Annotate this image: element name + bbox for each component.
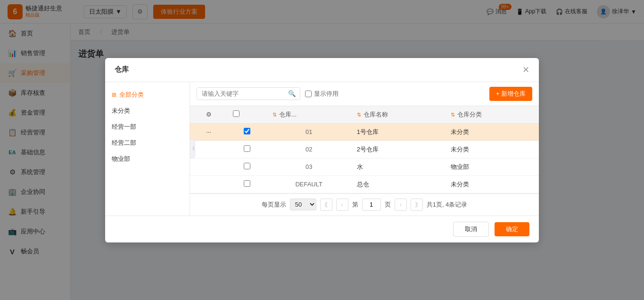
select-all-checkbox[interactable] (233, 110, 239, 117)
row-name: 总仓 (351, 175, 445, 193)
pagination: 每页显示 50 100 200 ⟪ ‹ 第 页 › ⟫ 共1页, 4条记录 (190, 193, 539, 216)
row-category: 未分类 (445, 141, 539, 158)
tree-item-ops-1[interactable]: 经营一部 (105, 119, 190, 135)
th-warehouse-category[interactable]: ⇅ 仓库分类 (445, 106, 539, 124)
warehouse-table-container: ⚙ ⇅ 仓库... ⇅ (190, 106, 539, 193)
row-checkbox[interactable] (244, 145, 250, 152)
row-id: 02 (267, 141, 351, 158)
modal-overlay: 仓库 ✕ ⊞ 全部分类 未分类 经营一部 经营二部 (0, 0, 644, 300)
row-actions[interactable] (190, 141, 227, 158)
show-disabled-label: 显示停用 (305, 90, 339, 98)
tree-item-property[interactable]: 物业部 (105, 151, 190, 167)
row-category: 未分类 (445, 175, 539, 193)
row-id: DEFAULT (267, 175, 351, 193)
dialog-body: ⊞ 全部分类 未分类 经营一部 经营二部 物业部 《 (105, 82, 539, 216)
per-page-label: 每页显示 (262, 200, 286, 209)
th-warehouse-code[interactable]: ⇅ 仓库... (267, 106, 351, 124)
th-setting[interactable]: ⚙ (190, 106, 227, 124)
next-page-button[interactable]: › (395, 199, 407, 211)
row-actions[interactable]: ··· (190, 123, 227, 141)
show-disabled-checkbox[interactable] (305, 91, 312, 97)
grid-icon: ⊞ (112, 92, 116, 98)
sort-icon: ⇅ (272, 112, 277, 117)
row-checkbox[interactable] (244, 180, 250, 187)
row-checkbox-cell (227, 175, 266, 193)
table-row[interactable]: DEFAULT 总仓 未分类 (190, 175, 539, 193)
row-name: 1号仓库 (351, 123, 445, 141)
row-checkbox-cell (227, 158, 266, 175)
row-id: 03 (267, 158, 351, 175)
th-warehouse-name[interactable]: ⇅ 仓库名称 (351, 106, 445, 124)
last-page-button[interactable]: ⟫ (411, 199, 423, 211)
row-checkbox[interactable] (244, 163, 250, 169)
row-name: 2号仓库 (351, 141, 445, 158)
dialog-header: 仓库 ✕ (105, 58, 539, 82)
total-info: 共1页, 4条记录 (427, 200, 468, 209)
dialog-footer: 取消 确定 (105, 216, 539, 242)
page-size-select[interactable]: 50 100 200 (290, 199, 316, 210)
row-actions[interactable] (190, 175, 227, 193)
tree-item-all[interactable]: ⊞ 全部分类 (105, 87, 190, 103)
tree-item-uncategorized[interactable]: 未分类 (105, 103, 190, 119)
page-number-input[interactable] (362, 199, 381, 211)
row-checkbox-cell (227, 141, 266, 158)
warehouse-table: ⚙ ⇅ 仓库... ⇅ (190, 106, 539, 193)
page-unit: 页 (385, 200, 391, 209)
warehouse-data-panel: 🔍 显示停用 + 新增仓库 ⚙ (190, 82, 539, 216)
warehouse-dialog: 仓库 ✕ ⊞ 全部分类 未分类 经营一部 经营二部 (105, 58, 539, 242)
search-box: 🔍 (197, 87, 300, 100)
table-row[interactable]: 03 水 物业部 (190, 158, 539, 175)
row-id: 01 (267, 123, 351, 141)
tree-panel-toggle[interactable]: 《 (190, 139, 195, 158)
search-input[interactable] (197, 88, 284, 100)
row-checkbox[interactable] (244, 128, 250, 134)
table-row[interactable]: 02 2号仓库 未分类 (190, 141, 539, 158)
page-label: 第 (352, 200, 358, 209)
row-name: 水 (351, 158, 445, 175)
category-tree-panel: ⊞ 全部分类 未分类 经营一部 经营二部 物业部 《 (105, 82, 190, 216)
row-actions[interactable] (190, 158, 227, 175)
tree-item-ops-2[interactable]: 经营二部 (105, 135, 190, 151)
first-page-button[interactable]: ⟪ (320, 199, 332, 211)
sort-icon-name: ⇅ (357, 112, 361, 117)
th-checkbox (227, 106, 266, 124)
row-category: 未分类 (445, 123, 539, 141)
cancel-button[interactable]: 取消 (453, 222, 489, 237)
confirm-button[interactable]: 确定 (495, 222, 529, 236)
row-category: 物业部 (445, 158, 539, 175)
add-warehouse-button[interactable]: + 新增仓库 (489, 87, 532, 101)
table-row[interactable]: ··· 01 1号仓库 未分类 (190, 123, 539, 141)
data-toolbar: 🔍 显示停用 + 新增仓库 (190, 82, 539, 106)
sort-icon-category: ⇅ (451, 112, 455, 117)
dialog-close-button[interactable]: ✕ (522, 65, 529, 75)
prev-page-button[interactable]: ‹ (336, 199, 348, 211)
row-checkbox-cell (227, 123, 266, 141)
dialog-title: 仓库 (115, 65, 129, 74)
column-settings-icon: ⚙ (206, 111, 212, 118)
search-button[interactable]: 🔍 (284, 88, 300, 100)
